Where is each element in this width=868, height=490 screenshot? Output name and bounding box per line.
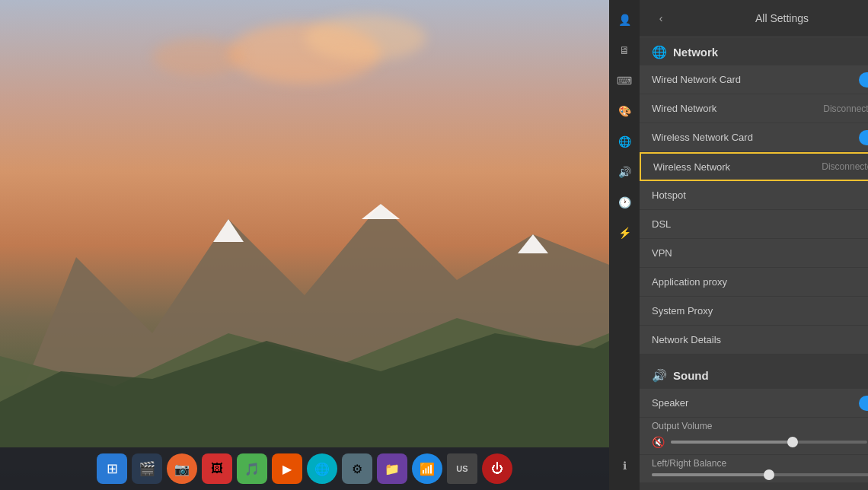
network-details-label: Network Details bbox=[652, 334, 868, 345]
sidebar-network-icon[interactable]: 🌐 bbox=[612, 129, 637, 154]
taskbar-file-manager[interactable]: 🎬 bbox=[132, 453, 162, 484]
network-section-icon: 🌐 bbox=[652, 45, 667, 59]
svg-marker-2 bbox=[362, 204, 400, 219]
taskbar-lang[interactable]: US bbox=[447, 453, 477, 484]
hotspot-label: Hotspot bbox=[652, 189, 868, 201]
taskbar-settings[interactable]: ⚙ bbox=[342, 453, 372, 484]
balance-track[interactable] bbox=[652, 473, 868, 476]
vpn-item[interactable]: VPN › bbox=[640, 239, 868, 268]
volume-min-icon: 🔇 bbox=[652, 436, 665, 448]
taskbar: ⊞ 🎬 📷 🖼 🎵 ▶ 🌐 ⚙ 📁 📶 US ⏻ bbox=[0, 447, 609, 490]
wireless-network-card-label: Wireless Network Card bbox=[652, 132, 859, 143]
network-items-list: Wired Network Card Wired Network Disconn… bbox=[640, 65, 868, 355]
output-volume-container: Output Volume 🔇 🔊 bbox=[640, 418, 868, 455]
sidebar-time-icon[interactable]: 🕐 bbox=[612, 190, 637, 215]
dsl-item[interactable]: DSL › bbox=[640, 210, 868, 239]
app-proxy-label: Application proxy bbox=[652, 276, 868, 288]
speaker-label: Speaker bbox=[652, 397, 859, 409]
desktop bbox=[0, 0, 609, 490]
wired-network-card-toggle[interactable] bbox=[859, 72, 868, 88]
settings-panel: ‹ All Settings 🌐 Network Wired Network C… bbox=[640, 0, 868, 490]
taskbar-app-launcher[interactable]: ⊞ bbox=[97, 453, 127, 484]
side-icons-bar: 👤 🖥 ⌨ 🎨 🌐 🔊 🕐 ⚡ ℹ bbox=[609, 0, 640, 490]
sidebar-sound-icon[interactable]: 🔊 bbox=[612, 160, 637, 184]
sidebar-info-icon[interactable]: ℹ bbox=[612, 453, 637, 478]
sidebar-display-icon[interactable]: 🖥 bbox=[612, 38, 637, 62]
network-details-item[interactable]: Network Details › bbox=[640, 326, 868, 355]
back-button[interactable]: ‹ bbox=[652, 9, 670, 27]
wireless-network-item[interactable]: Wireless Network Disconnected › bbox=[640, 152, 868, 181]
sound-section-icon: 🔊 bbox=[652, 368, 667, 383]
sound-section-header: 🔊 Sound bbox=[640, 361, 868, 389]
taskbar-files[interactable]: 📁 bbox=[377, 453, 407, 484]
settings-panel-title: All Settings bbox=[678, 12, 868, 24]
wired-network-label: Wired Network bbox=[652, 103, 823, 114]
taskbar-browser[interactable]: 🌐 bbox=[307, 453, 337, 484]
sidebar-power-icon[interactable]: ⚡ bbox=[612, 221, 637, 245]
app-proxy-item[interactable]: Application proxy › bbox=[640, 268, 868, 297]
wireless-network-card-item[interactable]: Wireless Network Card bbox=[640, 123, 868, 152]
system-proxy-item[interactable]: System Proxy › bbox=[640, 297, 868, 326]
output-volume-fill bbox=[671, 441, 793, 444]
balance-container: Left/Right Balance bbox=[640, 455, 868, 483]
wired-network-card-label: Wired Network Card bbox=[652, 74, 859, 85]
sound-section: 🔊 Sound Speaker Output Volume 🔇 🔊 Left/R… bbox=[640, 361, 868, 483]
speaker-toggle[interactable] bbox=[859, 396, 868, 411]
output-volume-row: 🔇 🔊 bbox=[652, 436, 868, 448]
output-volume-track[interactable] bbox=[671, 441, 867, 444]
system-proxy-label: System Proxy bbox=[652, 305, 868, 317]
balance-fill bbox=[652, 473, 769, 476]
taskbar-camera[interactable]: 📷 bbox=[167, 453, 197, 484]
wireless-network-label: Wireless Network bbox=[653, 161, 822, 173]
taskbar-music[interactable]: 🎵 bbox=[237, 453, 267, 484]
settings-header: ‹ All Settings bbox=[640, 0, 868, 37]
taskbar-wifi[interactable]: 📶 bbox=[412, 453, 442, 484]
wireless-network-card-toggle[interactable] bbox=[859, 130, 868, 145]
wired-network-card-item[interactable]: Wired Network Card bbox=[640, 65, 868, 94]
balance-row bbox=[652, 473, 868, 476]
wireless-network-value: Disconnected bbox=[822, 161, 868, 172]
taskbar-media-player[interactable]: ▶ bbox=[272, 453, 302, 484]
network-section-header: 🌐 Network bbox=[640, 37, 868, 65]
hotspot-item[interactable]: Hotspot › bbox=[640, 181, 868, 210]
balance-thumb bbox=[764, 469, 774, 480]
taskbar-screenshot[interactable]: 🖼 bbox=[202, 453, 232, 484]
output-volume-label: Output Volume bbox=[652, 421, 868, 431]
wired-network-item[interactable]: Wired Network Disconnected › bbox=[640, 94, 868, 123]
output-volume-thumb bbox=[787, 437, 798, 447]
sound-section-title: Sound bbox=[673, 369, 709, 382]
sidebar-user-icon[interactable]: 👤 bbox=[612, 8, 637, 32]
sidebar-device-icon[interactable]: ⌨ bbox=[612, 68, 637, 93]
wired-network-value: Disconnected bbox=[823, 103, 868, 114]
speaker-item[interactable]: Speaker bbox=[640, 389, 868, 418]
network-section-title: Network bbox=[673, 46, 718, 59]
taskbar-power[interactable]: ⏻ bbox=[482, 453, 512, 484]
vpn-label: VPN bbox=[652, 247, 868, 259]
sidebar-personalize-icon[interactable]: 🎨 bbox=[612, 99, 637, 123]
dsl-label: DSL bbox=[652, 218, 868, 230]
balance-label: Left/Right Balance bbox=[652, 458, 868, 469]
